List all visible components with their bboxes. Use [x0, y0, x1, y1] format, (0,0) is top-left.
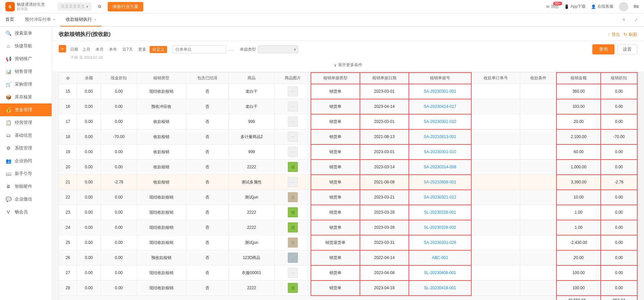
- query-button[interactable]: 查询: [592, 44, 614, 54]
- row-amount: 100.00: [556, 265, 601, 281]
- tab-close-prepay[interactable]: ×: [53, 17, 55, 22]
- sidebar-item-marketing[interactable]: 📢 营销推广: [0, 52, 52, 65]
- filter-row-1: 日期 上月 本月 本年 近7天 更多 自定义: [70, 44, 637, 54]
- row-type: 收款核销: [137, 129, 186, 144]
- report-no-link[interactable]: SA-20210808-001: [424, 180, 456, 184]
- row-settled: 否: [186, 220, 228, 235]
- top-bar-right: ✉ 消息 99+ 📱 App下载 👤 在线客服 Rit: [546, 2, 639, 11]
- report-no-link[interactable]: SA-20230301-001: [424, 89, 456, 94]
- report-no-link[interactable]: SA-20230414-017: [424, 104, 456, 109]
- date-btn-last-month[interactable]: 上月: [80, 46, 92, 53]
- date-btn-more[interactable]: 更多: [136, 46, 148, 53]
- col-header-settings[interactable]: ⚙: [59, 73, 77, 84]
- collapse-arrow[interactable]: »: [59, 45, 66, 52]
- from-unit-input[interactable]: [172, 45, 226, 53]
- report-no-link[interactable]: ABC-001: [432, 255, 448, 260]
- sidebar-item-collab[interactable]: 👥 企业协同: [0, 155, 52, 167]
- app-download-button[interactable]: 📱 App下载: [564, 4, 586, 9]
- report-no-link[interactable]: SA-20210813-001: [424, 134, 456, 139]
- filter-right-buttons: 查询 设置: [592, 44, 637, 54]
- report-no-link[interactable]: SL-20230418-001: [424, 286, 456, 290]
- report-no-link[interactable]: SA-20230314-008: [424, 165, 456, 169]
- settings-icon[interactable]: ⚙: [95, 2, 104, 11]
- trial-button[interactable]: 体验行业方案: [108, 2, 143, 11]
- settings-button[interactable]: 设置: [617, 44, 637, 54]
- logo-icon: 6: [5, 2, 15, 11]
- date-btn-7days[interactable]: 近7天: [120, 46, 135, 53]
- company-selector[interactable]: 某某某某某某 ▾: [57, 2, 92, 11]
- row-report-type: 销货单: [311, 265, 360, 281]
- report-no-link[interactable]: SA-20230301-010: [424, 149, 456, 154]
- row-report-no: ABC-001: [409, 250, 471, 265]
- sidebar-item-sales[interactable]: 📊 销售管理: [0, 65, 52, 78]
- message-button[interactable]: ✉ 消息 99+: [546, 4, 559, 9]
- sidebar-item-inventory[interactable]: 📦 库存核算: [0, 91, 52, 103]
- sidebar-item-purchase[interactable]: 🛒 采购管理: [0, 78, 52, 91]
- report-type-select[interactable]: [258, 45, 298, 53]
- sidebar-item-operation[interactable]: 📋 经营管理: [0, 116, 52, 129]
- finance-icon: 💰: [5, 107, 11, 113]
- row-cash-discount: 0.00: [101, 235, 137, 250]
- row-report-date: 2023-03-28: [360, 220, 409, 235]
- row-report-no: SA-20230301-010: [409, 114, 471, 129]
- row-payment-cond: [520, 84, 556, 99]
- custom-date-button[interactable]: 自定义: [150, 46, 167, 53]
- report-no-link[interactable]: SA-20230331-026: [424, 240, 456, 245]
- row-balance: 0.00: [77, 160, 101, 175]
- row-order-no: [471, 220, 520, 235]
- refresh-button[interactable]: ↻ 刷新: [624, 32, 637, 38]
- user-avatar[interactable]: [619, 2, 628, 11]
- row-goods: 2222: [228, 220, 275, 235]
- tab-home[interactable]: 首页: [0, 13, 19, 27]
- tab-collection[interactable]: 收款核销执行 ×: [60, 13, 101, 27]
- tab-bar: 首页 预付冲应付单 × 收款核销执行 × × ⤢: [0, 13, 644, 27]
- report-no-link[interactable]: SA-20230301-010: [424, 119, 456, 124]
- sidebar-item-quicknav[interactable]: ⌂ 快捷导航: [0, 40, 52, 52]
- goods-img-cell: —: [275, 114, 311, 129]
- online-service-button[interactable]: 👤 在线客服: [591, 4, 613, 9]
- row-goods: 衣服00001: [228, 265, 275, 281]
- report-no-link[interactable]: SL-20230328-002: [424, 225, 456, 230]
- window-close-button[interactable]: ×: [619, 15, 629, 25]
- row-cash-discount: 0.00: [101, 114, 137, 129]
- window-expand-button[interactable]: ⤢: [631, 15, 641, 25]
- guide-icon: 📖: [5, 171, 11, 177]
- refresh-icon: ↻: [624, 32, 627, 37]
- row-report-no: SA-20210813-001: [409, 129, 471, 144]
- download-icon: 📱: [564, 4, 569, 9]
- row-no: 26: [59, 250, 77, 265]
- row-goods: 2222: [228, 160, 275, 175]
- export-button[interactable]: ↑ 导出: [608, 32, 621, 38]
- row-goods: 老白干: [228, 84, 275, 99]
- date-btn-this-year[interactable]: 本年: [107, 46, 119, 53]
- row-order-no: [471, 205, 520, 220]
- row-report-date: 2022-04-14: [360, 250, 409, 265]
- row-report-date: 2023-04-14: [360, 99, 409, 114]
- row-settled: 否: [186, 160, 228, 175]
- table-row: 20 0.00 0.00 收款核销 否 2222 🌿 销货单 2023-03-1…: [59, 160, 637, 175]
- sidebar-item-guide[interactable]: 📖 新手引导: [0, 167, 52, 180]
- sidebar-item-vip[interactable]: V 畅会员: [0, 206, 52, 218]
- report-no-link[interactable]: SL-20230408-001: [424, 270, 456, 275]
- row-goods: 测试jun: [228, 235, 275, 250]
- row-report-no: SA-20230321-012: [409, 190, 471, 205]
- row-settled: 否: [186, 114, 228, 129]
- sidebar-item-finance[interactable]: 💰 资金管理: [0, 103, 52, 116]
- sidebar-item-search[interactable]: 🔍 搜索菜单: [0, 27, 52, 40]
- sidebar-item-system[interactable]: ⚙ 系统管理: [0, 142, 52, 155]
- sidebar-item-basic[interactable]: 🗂 基础信息: [0, 129, 52, 142]
- row-goods: 999: [228, 144, 275, 160]
- sidebar-item-smart[interactable]: 🖥 智能硬件: [0, 180, 52, 193]
- expand-filter-button[interactable]: ∨ 展开更多条件: [334, 62, 362, 68]
- date-btn-this-month[interactable]: 本月: [94, 46, 106, 53]
- report-no-link[interactable]: SA-20230321-012: [424, 195, 456, 200]
- row-report-type: 销货单: [311, 144, 360, 160]
- tab-close-collection[interactable]: ×: [94, 17, 96, 22]
- sidebar-item-wechat[interactable]: 💬 企业微信: [0, 193, 52, 206]
- row-amount: 2,100.00: [556, 129, 601, 144]
- report-no-link[interactable]: SL-20230328-001: [424, 210, 456, 215]
- row-report-no: SA-20230414-017: [409, 99, 471, 114]
- row-goods: 老白干: [228, 99, 275, 114]
- tab-prepay[interactable]: 预付冲应付单 ×: [19, 13, 60, 27]
- row-amount: 333.00: [556, 99, 601, 114]
